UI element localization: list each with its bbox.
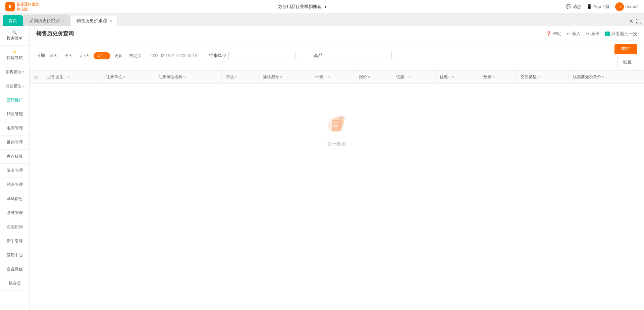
th-discount1[interactable]: 优惠... ⇅ <box>392 71 436 84</box>
svg-rect-4 <box>333 124 338 124</box>
help-btn[interactable]: ❓ 帮助 <box>546 31 561 37</box>
sidebar-item-quick-nav[interactable]: ⚡ 快捷导航 <box>0 46 29 65</box>
date-btn-custom[interactable]: 自定义 <box>126 52 144 59</box>
sort-icon: ⇅ <box>452 75 454 79</box>
th-tax-price[interactable]: 优惠前无税单价 ⇅ <box>569 71 644 84</box>
th-gear[interactable]: ⚙ <box>30 71 43 84</box>
tab-home[interactable]: 首页 <box>3 15 23 26</box>
date-btn-1month[interactable]: 近1月 <box>94 52 111 59</box>
download-btn[interactable]: 📱 App下载 <box>587 4 610 10</box>
close-tab-btn[interactable]: ✕ <box>629 18 633 24</box>
sidebar-item-marketing[interactable]: 营销推广 <box>0 93 29 107</box>
date-btn-today[interactable]: 今天 <box>62 52 75 59</box>
sidebar-item-app-center[interactable]: 应用中心 <box>0 248 29 262</box>
message-btn[interactable]: 💬 消息 <box>566 4 581 10</box>
th-partner-name[interactable]: 往来单位名称 ⇅ <box>154 71 221 84</box>
download-icon: 📱 <box>587 4 592 9</box>
tab-purchase-close[interactable]: × <box>62 19 64 23</box>
sidebar-item-basic-info[interactable]: 基础信息 <box>0 192 29 206</box>
partner-filter-label: 往来单位 <box>209 53 226 59</box>
date-buttons: 昨天 今天 近7天 近1月 更多 自定义 <box>47 52 144 59</box>
date-btn-more[interactable]: 更多 <box>112 52 125 59</box>
page-header-actions: ❓ 帮助 ↩ 导入 ↪ 导出 ✓ 只看最后一次 <box>546 31 637 37</box>
tab-bar: 首页 采购历史价跟踪 × 销售历史价跟踪 × ✕ ⛶ <box>0 13 644 26</box>
empty-illustration <box>323 110 350 137</box>
sidebar-item-ecommerce[interactable]: 电商管理 <box>0 121 29 136</box>
workspace-selector[interactable]: 办公用品行业模拟账套 ▾ <box>278 4 327 10</box>
checkbox-checked-icon: ✓ <box>605 32 610 36</box>
filter-area: 日期 昨天 今天 近7天 近1月 更多 自定义 2023-02-18 至 202… <box>30 41 644 71</box>
product-input[interactable] <box>325 51 392 60</box>
partner-input[interactable] <box>228 51 296 60</box>
sidebar-item-finance[interactable]: 资金管理 <box>0 164 29 178</box>
table-header: ⚙ 业务发生... ⇅ 往来单位 ⇅ <box>30 71 644 84</box>
date-range-text: 2023-02-18 至 2023-03-18 <box>149 53 197 59</box>
quick-nav-icon: ⚡ <box>12 50 17 54</box>
import-btn[interactable]: ↩ 导入 <box>567 31 581 37</box>
th-spec[interactable]: 规格型号 ⇅ <box>259 71 311 84</box>
th-quantity[interactable]: 数量 ⇅ <box>479 71 516 84</box>
import-icon: ↩ <box>567 31 571 36</box>
empty-state: 暂无数据 <box>30 84 644 174</box>
sidebar-item-member[interactable]: 畅会员 <box>0 276 29 291</box>
setting-button[interactable]: 设置 <box>617 57 637 67</box>
content-area: 销售历史价查询 ❓ 帮助 ↩ 导入 ↪ 导出 ✓ 只看最后一次 <box>30 26 644 310</box>
th-trade-type[interactable]: 交易类型 ⇅ <box>516 71 569 84</box>
th-partner-code[interactable]: 往来单位 ⇅ <box>102 71 154 84</box>
chevron-up-icon: ▴ <box>22 84 24 88</box>
th-biz-date[interactable]: 业务发生... ⇅ <box>43 71 102 84</box>
sort-icon: ⇅ <box>492 75 495 79</box>
th-product[interactable]: 商品 ⇅ <box>222 71 259 84</box>
th-quote[interactable]: 报价 ⇅ <box>355 71 392 84</box>
sidebar-item-retail[interactable]: 零售管理 ▾ <box>0 65 29 79</box>
export-icon: ↪ <box>586 31 590 36</box>
data-table: ⚙ 业务发生... ⇅ 往来单位 ⇅ <box>30 71 644 84</box>
avatar: d <box>615 2 624 11</box>
tab-purchase-label: 采购历史价跟踪 <box>29 18 60 24</box>
filter-row: 日期 昨天 今天 近7天 近1月 更多 自定义 2023-02-18 至 202… <box>36 44 637 67</box>
user-profile[interactable]: d demo2 <box>615 2 639 11</box>
sort-icon: ⇅ <box>67 75 70 79</box>
sidebar-item-wechat[interactable]: 企业微信 <box>0 262 29 276</box>
sidebar: 🔍 搜索菜单 ⚡ 快捷导航 零售管理 ▾ 批发管理 ▴ 营销推广 销售管理 电商… <box>0 26 30 310</box>
only-last-checkbox[interactable]: ✓ 只看最后一次 <box>605 31 637 37</box>
top-bar-right: 💬 消息 📱 App下载 d demo2 <box>566 2 639 11</box>
th-discount2[interactable]: 优惠... ⇅ <box>435 71 479 84</box>
export-btn[interactable]: ↪ 导出 <box>586 31 600 37</box>
sidebar-item-enterprise[interactable]: 企业协同 <box>0 220 29 234</box>
page-header: 销售历史价查询 ❓ 帮助 ↩ 导入 ↪ 导出 ✓ 只看最后一次 <box>30 26 644 41</box>
sort-icon: ⇅ <box>327 75 330 79</box>
empty-text: 暂无数据 <box>327 141 346 147</box>
date-filter-group: 日期 昨天 今天 近7天 近1月 更多 自定义 <box>36 52 144 59</box>
sidebar-item-wholesale[interactable]: 批发管理 ▴ <box>0 79 29 93</box>
sidebar-item-inventory[interactable]: 库存核算 <box>0 150 29 164</box>
search-icon: 🔍 <box>12 30 17 35</box>
sort-icon: ⇅ <box>123 75 125 79</box>
date-btn-yesterday[interactable]: 昨天 <box>47 52 60 59</box>
tab-purchase[interactable]: 采购历史价跟踪 × <box>23 15 70 26</box>
table-area: ⚙ 业务发生... ⇅ 往来单位 ⇅ <box>30 71 644 310</box>
sidebar-item-system[interactable]: 系统管理 <box>0 206 29 220</box>
sidebar-item-guide[interactable]: 新手引导 <box>0 234 29 248</box>
th-unit[interactable]: 计量... ⇅ <box>311 71 355 84</box>
tab-sales-close[interactable]: × <box>110 19 112 23</box>
chevron-down-icon: ▾ <box>22 70 24 74</box>
sidebar-item-sales-mgmt[interactable]: 销售管理 <box>0 107 29 121</box>
maximize-btn[interactable]: ⛶ <box>636 18 641 24</box>
filter-right-actions: 查询 设置 <box>614 44 637 67</box>
sort-icon: ⇅ <box>183 75 186 79</box>
query-button[interactable]: 查询 <box>614 44 637 54</box>
partner-dots-btn[interactable]: ... <box>298 53 302 59</box>
sidebar-item-purchase[interactable]: 采购管理 <box>0 136 29 150</box>
sidebar-item-operations[interactable]: 经营管理 <box>0 178 29 192</box>
date-btn-7days[interactable]: 近7天 <box>76 52 92 59</box>
main-layout: 🔍 搜索菜单 ⚡ 快捷导航 零售管理 ▾ 批发管理 ▴ 营销推广 销售管理 电商… <box>0 26 644 310</box>
tab-sales[interactable]: 销售历史价跟踪 × <box>71 15 117 26</box>
product-dots-btn[interactable]: ... <box>394 53 398 59</box>
date-range-display: 2023-02-18 至 2023-03-18 <box>149 53 197 59</box>
sort-icon: ⇅ <box>234 75 237 79</box>
date-filter-label: 日期 <box>36 53 45 59</box>
partner-filter-group: 往来单位 ... <box>209 51 302 60</box>
sidebar-item-search[interactable]: 🔍 搜索菜单 <box>0 26 29 46</box>
sort-icon: ⇅ <box>280 75 282 79</box>
